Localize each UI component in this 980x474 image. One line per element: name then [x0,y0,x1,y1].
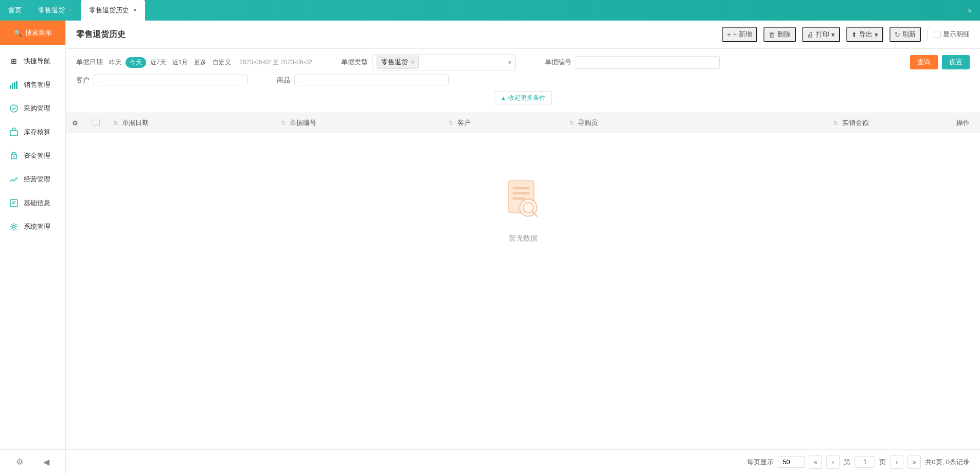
th-customer-label: 客户 [457,119,471,126]
sidebar: 🔍 搜索菜单 ⊞ 快捷导航 销售管理 采购管理 [0,21,66,474]
column-settings-icon[interactable]: ⚙ [72,119,78,127]
next-page-btn[interactable]: › [890,455,903,469]
date-btn-custom[interactable]: 自定义 [210,57,233,68]
query-button-label: 查询 [917,58,931,67]
date-range-display: 2023-06-02 至 2023-06-02 [239,58,312,67]
top-tabbar: 首页 零售退货 × 零售退货历史 × × [0,0,980,21]
toolbar-divider [927,29,928,40]
svg-rect-14 [512,192,529,194]
filter-voucher-number-input[interactable] [576,56,720,69]
next-page-icon: › [896,459,898,466]
date-quick-btns: 昨天 今天 近7天 近1月 更多 自定义 [107,57,233,68]
empty-state-icon [497,174,549,226]
svg-rect-5 [10,131,17,136]
th-date[interactable]: 单据日期 [107,113,275,133]
export-icon: ⬆ [851,31,857,39]
date-btn-yesterday[interactable]: 昨天 [107,57,123,68]
filter-goods-select[interactable]: ... [294,75,449,85]
prev-page-btn[interactable]: ‹ [826,455,840,469]
purchase-mgmt-icon [8,103,20,114]
tab-return-close[interactable]: × [69,7,73,14]
th-action: 操作 [875,113,980,133]
sidebar-bottom: ⚙ ◀ [0,449,65,474]
th-amount[interactable]: 实销金额 [707,113,875,133]
svg-rect-2 [14,82,15,89]
settings-button-label: 设置 [949,58,963,67]
voucher-type-chevron-icon: ▾ [508,59,511,66]
filter-voucher-date: 单据日期 昨天 今天 近7天 近1月 更多 自定义 2023-06-02 至 2… [76,57,312,68]
print-button[interactable]: 🖨 打印 ▾ [802,27,840,42]
refresh-button[interactable]: ↻ 刷新 [889,27,921,42]
sidebar-item-inventory-label: 库存核算 [24,127,50,137]
page-unit-label: 页 [879,458,886,467]
date-btn-more[interactable]: 更多 [192,57,208,68]
svg-rect-3 [16,81,17,89]
export-button[interactable]: ⬆ 导出 ▾ [846,27,883,42]
delete-button[interactable]: 🗑 删除 [763,27,796,42]
th-customer[interactable]: 客户 [442,113,563,133]
query-button[interactable]: 查询 [910,55,938,69]
svg-rect-8 [10,199,17,207]
window-close-btn[interactable]: × [968,7,980,14]
show-detail-label: 显示明细 [943,30,970,39]
tab-return-history-close[interactable]: × [133,7,137,14]
tab-return-history-label: 零售退货历史 [89,6,129,15]
sidebar-item-sales-mgmt[interactable]: 销售管理 [0,73,65,97]
sidebar-item-purchase-mgmt-label: 采购管理 [24,104,50,113]
finance-icon [8,150,20,161]
sidebar-nav: ⊞ 快捷导航 销售管理 采购管理 库存核算 [0,45,65,449]
select-all-checkbox[interactable] [93,119,100,126]
table-body: 暂无数据 [66,133,980,285]
voucher-type-tag-close[interactable]: × [411,59,414,65]
page-number-input[interactable] [854,456,875,468]
th-checkbox [86,113,107,133]
main-layout: 🔍 搜索菜单 ⊞ 快捷导航 销售管理 采购管理 [0,21,980,474]
last-page-btn[interactable]: » [907,455,921,469]
sidebar-item-quick-nav[interactable]: ⊞ 快捷导航 [0,49,65,73]
settings-button[interactable]: 设置 [942,55,970,69]
date-btn-today[interactable]: 今天 [126,57,146,68]
first-page-btn[interactable]: « [809,455,822,469]
th-guide[interactable]: 导购员 [563,113,707,133]
page-header: 零售退货历史 + + 新增 🗑 删除 🖨 打印 ▾ [66,21,980,49]
tab-return[interactable]: 零售退货 × [30,0,81,21]
data-table: ⚙ 单据日期 单据编号 客户 [66,113,980,284]
show-detail-checkbox[interactable] [934,31,941,38]
tab-return-history[interactable]: 零售退货历史 × [81,0,145,21]
sidebar-item-purchase-mgmt[interactable]: 采购管理 [0,97,65,120]
tab-home[interactable]: 首页 [0,0,30,21]
last-page-icon: » [913,459,916,466]
sidebar-item-base-info[interactable]: 基础信息 [0,191,65,215]
page-size-select[interactable]: 50 10 20 100 [778,456,805,468]
toolbar-actions: + + 新增 🗑 删除 🖨 打印 ▾ ⬆ 导出 [722,27,970,42]
sidebar-item-system[interactable]: 系统管理 [0,215,65,239]
th-number-label: 单据编号 [290,119,316,126]
sidebar-settings-btn[interactable]: ⚙ [16,457,23,467]
sidebar-item-finance[interactable]: 资金管理 [0,144,65,168]
th-number[interactable]: 单据编号 [275,113,442,133]
filter-row-1: 单据日期 昨天 今天 近7天 近1月 更多 自定义 2023-06-02 至 2… [76,54,970,70]
tab-home-label: 首页 [8,6,22,15]
empty-text: 暂无数据 [509,234,538,243]
date-btn-1month[interactable]: 近1月 [170,57,190,68]
filter-customer-select[interactable]: ... [94,75,248,85]
filter-voucher-type-select[interactable]: 零售退货 × ▾ [372,54,516,70]
sidebar-collapse-btn[interactable]: ◀ [43,457,49,467]
sidebar-search[interactable]: 🔍 搜索菜单 [0,21,65,45]
system-icon [8,221,20,232]
new-button[interactable]: + + 新增 [722,27,757,42]
sidebar-item-operations[interactable]: 经营管理 [0,168,65,191]
goods-dots: ... [299,76,305,84]
filter-action-btns: 查询 设置 [910,55,970,69]
th-settings[interactable]: ⚙ [66,113,86,133]
filter-customer-label: 客户 [76,76,90,85]
show-detail: 显示明细 [934,30,970,39]
date-btn-7days[interactable]: 近7天 [148,57,168,68]
collapse-button[interactable]: ▲ 收起更多条件 [494,92,553,104]
filter-customer: 客户 ... [76,75,248,85]
sidebar-item-base-info-label: 基础信息 [24,198,50,208]
filter-voucher-number: 单据编号 [545,56,720,69]
collapse-row: ▲ 收起更多条件 [76,89,970,107]
sidebar-item-inventory[interactable]: 库存核算 [0,120,65,144]
sidebar-search-label: 搜索菜单 [25,28,52,38]
